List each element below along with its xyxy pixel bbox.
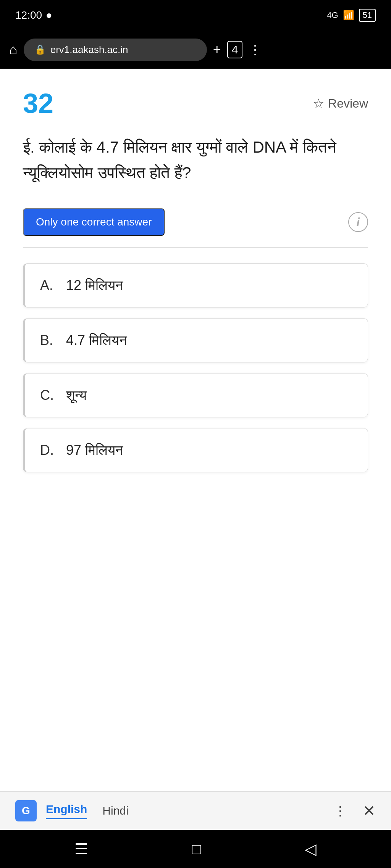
browser-more-button[interactable]: ⋮ [249, 42, 262, 57]
answer-type-row: Only one correct answer i [23, 208, 368, 236]
question-header: 32 ☆ Review [23, 88, 368, 119]
nav-menu-button[interactable]: ☰ [74, 840, 88, 858]
tab-count-button[interactable]: 4 [227, 41, 243, 58]
new-tab-button[interactable]: + [213, 42, 221, 58]
divider [23, 247, 368, 248]
home-button[interactable]: ⌂ [9, 42, 18, 58]
option-d-text: 97 मिलियन [66, 442, 123, 458]
main-content: 32 ☆ Review ई. कोलाई के 4.7 मिलियन क्षार… [0, 69, 391, 794]
url-text: erv1.aakash.ac.in [50, 44, 128, 56]
option-c-label: C. [40, 387, 55, 403]
option-d-label: D. [40, 442, 55, 458]
browser-bar: ⌂ 🔒 erv1.aakash.ac.in + 4 ⋮ [0, 31, 391, 69]
option-c[interactable]: C. शून्य [23, 373, 368, 417]
network-type: 4G [327, 10, 338, 20]
translate-tab-hindi[interactable]: Hindi [102, 804, 128, 817]
option-d[interactable]: D. 97 मिलियन [23, 428, 368, 472]
status-bar-right: 4G 📶 51 [327, 9, 376, 22]
status-bar-left: 12:00 ● [15, 9, 52, 21]
url-bar[interactable]: 🔒 erv1.aakash.ac.in [24, 39, 207, 61]
signal-icon: 📶 [343, 10, 354, 21]
question-text: ई. कोलाई के 4.7 मिलियन क्षार युग्मों वाल… [23, 134, 368, 185]
review-button[interactable]: ☆ Review [313, 96, 368, 111]
option-b-label: B. [40, 332, 55, 348]
status-bar: 12:00 ● 4G 📶 51 [0, 0, 391, 31]
options-list: A. 12 मिलियन B. 4.7 मिलियन C. शून्य D. 9… [23, 263, 368, 472]
google-translate-icon[interactable]: G [15, 800, 37, 821]
nav-back-button[interactable]: ◁ [305, 840, 317, 858]
nav-home-button[interactable]: □ [192, 841, 201, 858]
review-label: Review [328, 97, 368, 111]
question-number: 32 [23, 88, 53, 119]
translate-tab-english[interactable]: English [46, 803, 87, 819]
time-display: 12:00 [15, 9, 42, 21]
lock-icon: 🔒 [34, 44, 46, 55]
option-b[interactable]: B. 4.7 मिलियन [23, 318, 368, 362]
option-a[interactable]: A. 12 मिलियन [23, 263, 368, 308]
nav-bar: ☰ □ ◁ [0, 830, 391, 868]
option-c-text: शून्य [66, 387, 87, 403]
option-a-text: 12 मिलियन [66, 277, 123, 293]
translate-more-button[interactable]: ⋮ [334, 803, 347, 818]
battery-display: 51 [359, 9, 376, 22]
translate-close-button[interactable]: ✕ [363, 802, 376, 820]
answer-type-badge[interactable]: Only one correct answer [23, 208, 165, 236]
info-icon[interactable]: i [348, 212, 368, 232]
translate-bar: G English Hindi ⋮ ✕ [0, 791, 391, 830]
network-icon: ● [46, 9, 52, 21]
star-icon: ☆ [313, 96, 324, 111]
translate-bar-right: ⋮ ✕ [334, 802, 376, 820]
option-a-label: A. [40, 277, 55, 293]
option-b-text: 4.7 मिलियन [66, 332, 127, 348]
